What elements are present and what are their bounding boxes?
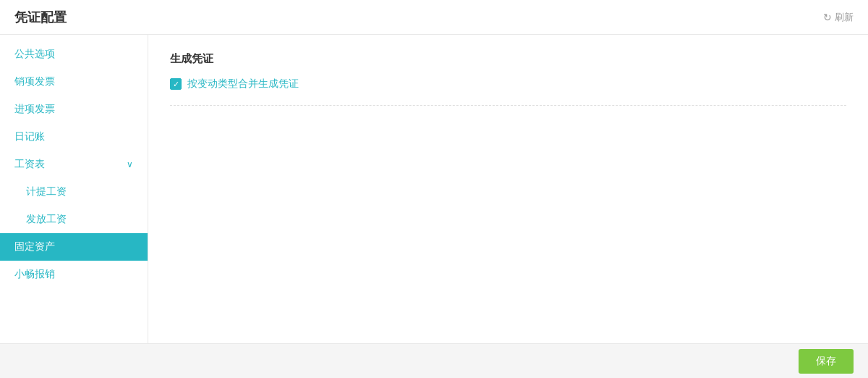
refresh-label: 刷新 <box>835 11 854 24</box>
checkbox-label: 按变动类型合并生成凭证 <box>187 77 299 91</box>
sidebar-item-pay-salary[interactable]: 发放工资 <box>0 206 148 233</box>
sidebar-item-label: 工资表 <box>14 158 45 171</box>
sidebar-item-label: 公共选项 <box>14 48 55 61</box>
page-title: 凭证配置 <box>14 9 67 26</box>
sidebar-item-label: 固定资产 <box>14 240 55 253</box>
refresh-icon: ↻ <box>823 12 832 23</box>
sidebar-item-label: 小畅报销 <box>14 268 55 281</box>
chevron-down-icon: ∨ <box>127 159 133 169</box>
sidebar-item-public[interactable]: 公共选项 <box>0 41 148 68</box>
sidebar-item-label: 发放工资 <box>26 213 67 226</box>
sidebar-item-sales-invoice[interactable]: 销项发票 <box>0 68 148 96</box>
main-layout: 公共选项销项发票进项发票日记账工资表∨计提工资发放工资固定资产小畅报销 生成凭证… <box>0 35 868 343</box>
section-divider <box>170 105 846 106</box>
sidebar-item-journal[interactable]: 日记账 <box>0 123 148 151</box>
sidebar-item-label: 进项发票 <box>14 103 55 116</box>
section-title: 生成凭证 <box>170 52 846 66</box>
sidebar: 公共选项销项发票进项发票日记账工资表∨计提工资发放工资固定资产小畅报销 <box>0 35 148 343</box>
checkbox-row: 按变动类型合并生成凭证 <box>170 77 846 91</box>
save-button[interactable]: 保存 <box>799 349 854 374</box>
sidebar-item-calc-salary[interactable]: 计提工资 <box>0 178 148 206</box>
merge-checkbox[interactable] <box>170 78 182 90</box>
sidebar-item-payroll[interactable]: 工资表∨ <box>0 151 148 178</box>
refresh-button[interactable]: ↻ 刷新 <box>823 11 854 24</box>
sidebar-item-purchase-invoice[interactable]: 进项发票 <box>0 96 148 123</box>
sidebar-item-label: 计提工资 <box>26 185 67 198</box>
content-area: 生成凭证 按变动类型合并生成凭证 <box>148 35 868 343</box>
page-footer: 保存 <box>0 343 868 378</box>
sidebar-item-expense[interactable]: 小畅报销 <box>0 261 148 288</box>
sidebar-item-label: 日记账 <box>14 130 45 143</box>
sidebar-item-label: 销项发票 <box>14 75 55 88</box>
sidebar-item-fixed-assets[interactable]: 固定资产 <box>0 233 148 261</box>
page-header: 凭证配置 ↻ 刷新 <box>0 0 868 35</box>
